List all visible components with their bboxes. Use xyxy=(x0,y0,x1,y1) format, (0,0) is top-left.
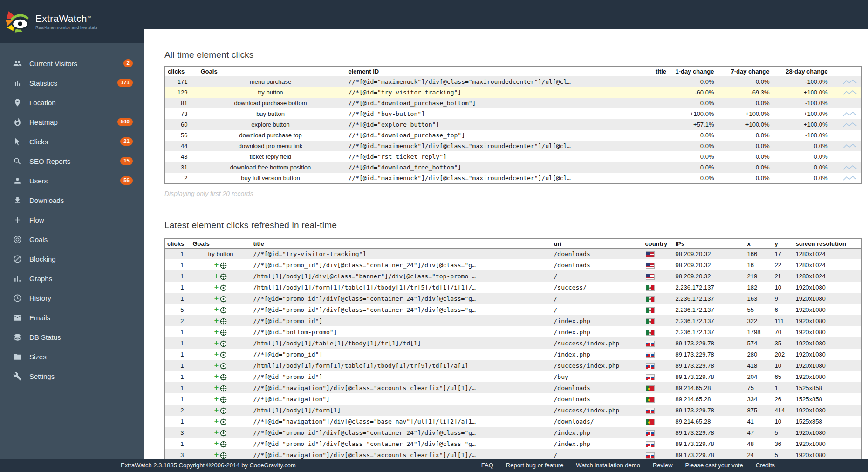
goal-target-icon[interactable] xyxy=(220,340,227,347)
app-logo[interactable]: ExtraWatch™ Real-time monitor and live s… xyxy=(0,0,144,43)
goal-target-icon[interactable] xyxy=(220,318,227,325)
goal-cell[interactable]: + xyxy=(191,304,251,315)
add-goal-plus-icon[interactable]: + xyxy=(214,428,219,436)
col-header-28day-change[interactable]: 28-day change xyxy=(775,67,834,76)
latest-table-row[interactable]: 1 + /html[1]/body[1]/div[@class="banner"… xyxy=(165,270,862,282)
add-goal-plus-icon[interactable]: + xyxy=(214,384,219,391)
sparkline-cell[interactable] xyxy=(834,76,862,88)
goal-cell[interactable]: + xyxy=(191,349,251,360)
latest-table-row[interactable]: 1 + //*[@id="promo_id"] /buy 89.173.229.… xyxy=(165,371,862,382)
goal-cell[interactable]: + xyxy=(191,270,251,282)
page-uri[interactable]: /downloads xyxy=(552,382,643,393)
add-goal-plus-icon[interactable]: + xyxy=(214,361,219,369)
add-goal-plus-icon[interactable]: + xyxy=(214,406,219,414)
goal-target-icon[interactable] xyxy=(220,284,227,291)
add-goal-plus-icon[interactable]: + xyxy=(214,328,219,336)
sparkline-cell[interactable] xyxy=(834,141,862,151)
sidebar-item-location[interactable]: Location xyxy=(0,93,144,112)
sparkline-icon[interactable] xyxy=(843,143,857,149)
page-uri[interactable]: /index.php xyxy=(552,438,643,449)
page-uri[interactable]: /index.php xyxy=(552,315,643,326)
goal-target-icon[interactable] xyxy=(220,329,227,336)
footer-link-credits[interactable]: Credits xyxy=(756,462,775,469)
add-goal-plus-icon[interactable]: + xyxy=(214,417,219,425)
goal-cell[interactable]: + xyxy=(191,393,251,405)
footer-link-report-bug-or-feature[interactable]: Report bug or feature xyxy=(506,462,564,469)
col-header-element-id[interactable]: element ID xyxy=(346,67,649,76)
goal-cell[interactable]: try button xyxy=(191,249,251,260)
goal-cell[interactable]: + xyxy=(191,371,251,382)
latest-table-row[interactable]: 2 + /html[1]/body[1]/form[1] /success/in… xyxy=(165,405,862,416)
page-uri[interactable]: /success/index.php xyxy=(552,405,643,416)
goal-cell[interactable]: + xyxy=(191,416,251,427)
alltime-table-row[interactable]: 129 try button //*[@id="try-visitor-trac… xyxy=(165,87,862,98)
goal-link[interactable]: ticket reply field xyxy=(195,151,346,162)
add-goal-plus-icon[interactable]: + xyxy=(214,372,219,380)
visitor-ip[interactable]: 89.173.229.78 xyxy=(673,427,745,438)
page-uri[interactable]: /success/index.php xyxy=(552,337,643,349)
alltime-table-row[interactable]: 73 buy button //*[@id="buy-button"] +100… xyxy=(165,108,862,119)
page-uri[interactable]: /success/ xyxy=(552,282,643,293)
latest-table-row[interactable]: 1 + //*[@id="promo_id"]/div[@class="cont… xyxy=(165,293,862,304)
add-goal-plus-icon[interactable]: + xyxy=(214,317,219,324)
goal-target-icon[interactable] xyxy=(220,452,227,459)
sparkline-cell[interactable] xyxy=(834,119,862,130)
sidebar-item-downloads[interactable]: Downloads xyxy=(0,190,144,210)
alltime-table-row[interactable]: 44 download pro menu link //*[@id="maxim… xyxy=(165,141,862,151)
col-header-goals[interactable]: Goals xyxy=(195,67,346,76)
sparkline-cell[interactable] xyxy=(834,98,862,108)
sparkline-cell[interactable] xyxy=(834,151,862,162)
alltime-table-row[interactable]: 43 ticket reply field //*[@id="rst_ticke… xyxy=(165,151,862,162)
visitor-ip[interactable]: 89.214.65.28 xyxy=(673,382,745,393)
latest-table-row[interactable]: 1 + //*[@id="navigation"]/div[@class="ba… xyxy=(165,416,862,427)
sidebar-item-flow[interactable]: Flow xyxy=(0,210,144,229)
alltime-table-row[interactable]: 60 explore button //*[@id="explore-butto… xyxy=(165,119,862,130)
goal-target-icon[interactable] xyxy=(220,407,227,414)
goal-link[interactable]: download pro menu link xyxy=(195,141,346,151)
goal-cell[interactable]: + xyxy=(191,382,251,393)
sidebar-item-graphs[interactable]: Graphs xyxy=(0,269,144,288)
add-goal-plus-icon[interactable]: + xyxy=(214,283,219,291)
goal-cell[interactable]: + xyxy=(191,427,251,438)
add-goal-plus-icon[interactable]: + xyxy=(214,439,219,447)
goal-target-icon[interactable] xyxy=(220,430,227,437)
latest-table-row[interactable]: 1 + //*[@id="promo_id"]/div[@class="cont… xyxy=(165,438,862,449)
add-goal-plus-icon[interactable]: + xyxy=(214,272,219,280)
latest-table-row[interactable]: 1 + //*[@id="navigation"]/div[@class="ac… xyxy=(165,382,862,393)
goal-cell[interactable]: + xyxy=(191,282,251,293)
footer-link-please-cast-your-vote[interactable]: Please cast your vote xyxy=(685,462,743,469)
page-uri[interactable]: / xyxy=(552,293,643,304)
col-header-x[interactable]: x xyxy=(745,239,772,249)
visitor-ip[interactable]: 2.236.172.137 xyxy=(673,304,745,315)
page-uri[interactable]: /index.php xyxy=(552,427,643,438)
page-uri[interactable]: /downloads xyxy=(552,393,643,405)
goal-cell[interactable]: + xyxy=(191,326,251,337)
sparkline-icon[interactable] xyxy=(843,79,857,85)
goal-target-icon[interactable] xyxy=(220,374,227,381)
goal-target-icon[interactable] xyxy=(220,418,227,425)
visitor-ip[interactable]: 2.236.172.137 xyxy=(673,282,745,293)
goal-link[interactable]: menu purchase xyxy=(195,76,346,88)
page-uri[interactable]: /downloads xyxy=(552,249,643,260)
footer-link-watch-installation-demo[interactable]: Watch installation demo xyxy=(576,462,640,469)
add-goal-plus-icon[interactable]: + xyxy=(214,451,219,459)
sparkline-cell[interactable] xyxy=(834,173,862,184)
goal-cell[interactable]: + xyxy=(191,315,251,326)
visitor-ip[interactable]: 89.173.229.78 xyxy=(673,405,745,416)
goal-cell[interactable]: + xyxy=(191,405,251,416)
sparkline-icon[interactable] xyxy=(843,165,857,171)
latest-table-row[interactable]: 1 try button //*[@id="try-visitor-tracki… xyxy=(165,249,862,260)
sidebar-item-users[interactable]: Users 56 xyxy=(0,171,144,190)
col-header-screen-resolution[interactable]: screen resolution xyxy=(793,239,862,249)
sidebar-item-goals[interactable]: Goals xyxy=(0,229,144,249)
alltime-table-row[interactable]: 2 buy full version button //*[@id="maxim… xyxy=(165,173,862,184)
goal-cell[interactable]: + xyxy=(191,438,251,449)
sidebar-item-emails[interactable]: Emails xyxy=(0,308,144,327)
goal-target-icon[interactable] xyxy=(220,363,227,370)
goal-link[interactable]: buy full version button xyxy=(195,173,346,184)
goal-target-icon[interactable] xyxy=(220,296,227,303)
col-header-country[interactable]: country xyxy=(643,239,673,249)
add-goal-plus-icon[interactable]: + xyxy=(214,261,219,269)
latest-table-row[interactable]: 1 + /html[1]/body[1]/form[1]/table[1]/tb… xyxy=(165,360,862,371)
col-header-title[interactable]: title xyxy=(649,67,673,76)
